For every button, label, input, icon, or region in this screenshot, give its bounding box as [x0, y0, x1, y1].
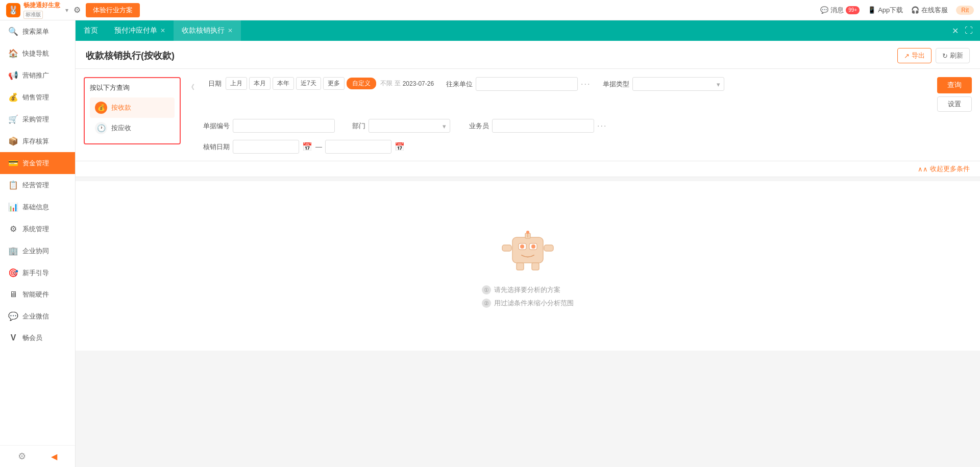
- inventory-icon: 📦: [8, 136, 18, 146]
- app-download-label: App下载: [878, 6, 903, 15]
- sidebar-label: 企业微信: [22, 312, 49, 321]
- dropdown-arrow[interactable]: ▾: [65, 7, 68, 14]
- sidebar-label: 智能硬件: [22, 290, 49, 299]
- sidebar-item-sales[interactable]: 💰 销售管理: [0, 86, 75, 108]
- date-no-limit: 不限 至 2023-07-26: [380, 79, 434, 88]
- nav-tab-prepay[interactable]: 预付冲应付单 ✕: [106, 20, 174, 41]
- nav-close-icon[interactable]: ✕: [950, 24, 961, 38]
- verify-date-start-cal-icon[interactable]: 📅: [302, 142, 312, 152]
- verify-date-end-input[interactable]: 2023-07-21: [325, 140, 391, 154]
- nav-right-actions: ✕ ⛶: [950, 24, 980, 38]
- topbar-left: 🐰 畅捷通好生意 标准版 ▾ ⚙ 体验行业方案: [6, 1, 140, 19]
- sidebar-item-system[interactable]: ⚙ 系统管理: [0, 218, 75, 240]
- doc-no-filter: 单据编号: [201, 119, 335, 133]
- date-btn-custom[interactable]: 自定义: [347, 78, 376, 89]
- message-btn[interactable]: 💬 消息 99+: [820, 6, 860, 15]
- filter-area: 按以下方查询 💰 按收款 🕐 按应收 《: [76, 69, 980, 161]
- sidebar-item-guide[interactable]: 🎯 新手引导: [0, 262, 75, 284]
- dept-select[interactable]: [369, 119, 450, 133]
- date-btn-this-year[interactable]: 本年: [273, 77, 294, 90]
- setting-button[interactable]: 设置: [937, 96, 972, 112]
- right-panel: 首页 预付冲应付单 ✕ 收款核销执行 ✕ ✕ ⛶ 收款核销执行(按收款) ↗: [76, 20, 980, 467]
- verify-date-start-input[interactable]: 2023-03-01: [233, 140, 299, 154]
- gear-icon[interactable]: ⚙: [74, 5, 81, 15]
- date-btn-more[interactable]: 更多: [323, 77, 345, 90]
- sidebar-item-finance[interactable]: 💳 资金管理: [0, 152, 75, 174]
- staff-input[interactable]: [492, 119, 594, 133]
- sidebar-item-quick-nav[interactable]: 🏠 快捷导航: [0, 42, 75, 64]
- date-filter-group: 日期 上月 本月 本年 近7天 更多 自定义 不限 至: [201, 77, 434, 90]
- date-btn-this-month[interactable]: 本月: [249, 77, 271, 90]
- sales-icon: 💰: [8, 92, 18, 102]
- refresh-button[interactable]: ↻ 刷新: [936, 48, 970, 63]
- empty-hints: ① 请先选择要分析的方案 ② 用过滤条件来缩小分析范围: [482, 283, 574, 310]
- sidebar-label: 系统管理: [22, 225, 49, 234]
- staff-more-icon[interactable]: ···: [597, 121, 607, 131]
- sidebar-item-search-menu[interactable]: 🔍 搜索菜单: [0, 20, 75, 42]
- sidebar-item-inventory[interactable]: 📦 库存核算: [0, 130, 75, 152]
- collapse-more-bar[interactable]: ∧∧ 收起更多条件: [76, 161, 980, 177]
- chevron-up-icon: ∧∧: [918, 165, 928, 173]
- doc-type-label: 单据类型: [601, 80, 629, 89]
- filter-sidebar-title: 按以下方查询: [90, 83, 175, 92]
- app-name: 畅捷通好生意: [23, 1, 60, 10]
- nav-home-tab[interactable]: 首页: [76, 26, 106, 35]
- verify-date-end-cal-icon[interactable]: 📅: [395, 142, 405, 152]
- filter-by-receipt-label: 按收款: [111, 103, 131, 112]
- sidebar-item-marketing[interactable]: 📢 营销推广: [0, 64, 75, 86]
- sidebar-item-wechat[interactable]: 💬 企业微信: [0, 305, 75, 327]
- filter-by-receivable[interactable]: 🕐 按应收: [90, 118, 175, 138]
- member-icon: V: [8, 333, 18, 342]
- sidebar-item-purchase[interactable]: 🛒 采购管理: [0, 108, 75, 130]
- doc-type-select[interactable]: [632, 77, 724, 91]
- message-icon: 💬: [820, 6, 828, 14]
- hint-num-1: ①: [482, 285, 491, 294]
- sidebar-item-enterprise[interactable]: 🏢 企业协同: [0, 240, 75, 262]
- sidebar-label: 快捷导航: [22, 49, 49, 58]
- sidebar-item-basic[interactable]: 📊 基础信息: [0, 196, 75, 218]
- sidebar-gear-icon[interactable]: ⚙: [18, 451, 26, 462]
- nav-expand-icon[interactable]: ⛶: [963, 24, 975, 37]
- receipt-icon: 💰: [95, 102, 107, 114]
- sidebar-item-operation[interactable]: 📋 经营管理: [0, 174, 75, 196]
- sidebar-label: 搜索菜单: [22, 27, 49, 36]
- filter-by-receipt[interactable]: 💰 按收款: [90, 97, 175, 118]
- marketing-icon: 📢: [8, 70, 18, 80]
- app-download-btn[interactable]: 📱 App下载: [868, 6, 903, 15]
- filter-collapse-button[interactable]: 《: [186, 77, 196, 97]
- nav-tab-prepay-close[interactable]: ✕: [160, 27, 165, 34]
- hardware-icon: 🖥: [8, 290, 18, 299]
- sidebar-item-hardware[interactable]: 🖥 智能硬件: [0, 284, 75, 305]
- dept-select-wrap: [369, 119, 450, 133]
- svg-point-7: [526, 231, 529, 234]
- doc-no-label: 单据编号: [201, 121, 230, 131]
- basic-icon: 📊: [8, 202, 18, 212]
- svg-rect-8: [502, 245, 511, 251]
- nav-tab-receipt[interactable]: 收款核销执行 ✕: [174, 20, 241, 41]
- trial-button[interactable]: 体验行业方案: [86, 3, 140, 17]
- topbar-right: 💬 消息 99+ 📱 App下载 🎧 在线客服 Rit: [820, 6, 974, 15]
- export-button[interactable]: ↗ 导出: [897, 48, 932, 63]
- dept-label: 部门: [345, 121, 365, 131]
- svg-point-3: [520, 244, 524, 249]
- message-badge: 99+: [846, 6, 860, 14]
- sidebar-bottom: ⚙ ◀: [0, 445, 75, 467]
- partner-more-icon[interactable]: ···: [581, 80, 591, 89]
- sidebar-label: 销售管理: [22, 93, 49, 102]
- sidebar-collapse-icon[interactable]: ◀: [51, 452, 57, 461]
- message-label: 消息: [830, 6, 844, 15]
- date-btn-7days[interactable]: 近7天: [296, 77, 321, 90]
- online-service-btn[interactable]: 🎧 在线客服: [911, 6, 948, 15]
- refresh-icon: ↻: [942, 52, 948, 60]
- doc-no-input[interactable]: [233, 119, 335, 133]
- partner-input[interactable]: [476, 77, 578, 91]
- sidebar-item-member[interactable]: V 畅会员: [0, 327, 75, 349]
- user-avatar[interactable]: Rit: [956, 6, 974, 15]
- query-button[interactable]: 查询: [937, 77, 972, 93]
- content-area: 收款核销执行(按收款) ↗ 导出 ↻ 刷新 按以下方查: [76, 41, 980, 467]
- date-btn-last-month[interactable]: 上月: [226, 77, 247, 90]
- page-header-actions: ↗ 导出 ↻ 刷新: [897, 48, 970, 63]
- partner-label: 往来单位: [444, 80, 473, 89]
- nav-tab-receipt-close[interactable]: ✕: [228, 27, 233, 34]
- sidebar-label: 库存核算: [22, 137, 49, 146]
